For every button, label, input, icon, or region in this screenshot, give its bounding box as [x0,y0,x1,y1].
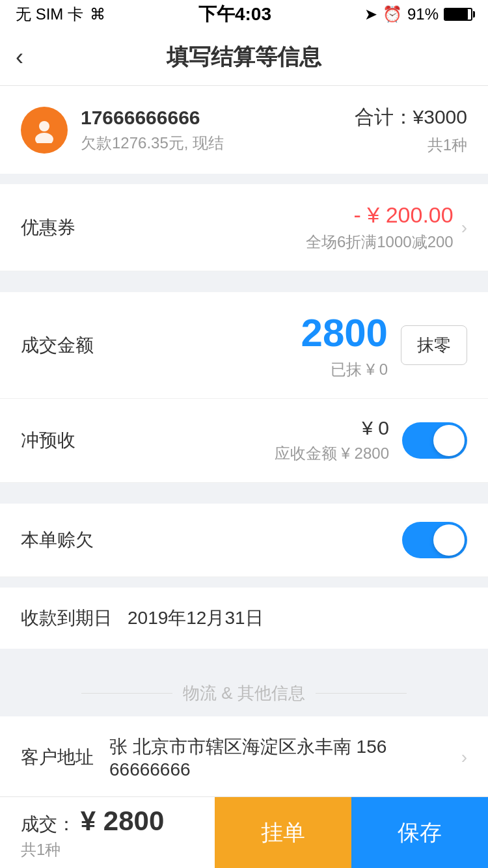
deal-label: 成交金额 [21,333,94,358]
deal-right: 2800 已抹 ¥ 0 抹零 [301,310,467,380]
svg-point-0 [39,121,49,131]
coupon-card: 优惠券 - ¥ 200.00 全场6折满1000减200 › [0,184,488,271]
coupon-amount: - ¥ 200.00 [306,202,454,228]
save-button[interactable]: 保存 [351,797,488,869]
back-button[interactable]: ‹ [16,44,23,71]
round-button[interactable]: 抹零 [401,325,467,365]
duedate-row: 收款到期日 2019年12月31日 [0,588,488,649]
status-left: 无 SIM 卡 ⌘ [16,4,105,25]
divider-3 [0,659,488,670]
precollect-row: 冲预收 ¥ 0 应收金额 ¥ 2800 [0,399,488,483]
bottom-deal-label: 成交： [21,814,75,834]
svg-point-1 [35,133,53,143]
customer-phone: 17666666666 [81,107,224,129]
address-chevron-icon: › [461,747,467,768]
precollect-toggle[interactable] [402,422,467,459]
customer-left: 17666666666 欠款1276.35元, 现结 [21,107,224,154]
avatar [21,107,68,154]
battery-percent: 91% [407,5,439,23]
alarm-icon: ⏰ [383,5,402,23]
logistics-card: 物流 & 其他信息 客户地址 张 北京市市辖区海淀区永丰南 156 666666… [0,670,488,798]
customer-card: 17666666666 欠款1276.35元, 现结 合计：¥3000 共1种 [0,86,488,174]
precollect-value: ¥ 0 应收金额 ¥ 2800 [275,417,389,464]
status-right: ➤ ⏰ 91% [364,5,472,23]
bottom-summary: 成交： ¥ 2800 共1种 [0,806,215,860]
carrier-text: 无 SIM 卡 [16,4,83,25]
total-count: 共1种 [355,135,467,156]
debt-toggle[interactable] [402,522,467,558]
battery-icon [444,8,472,21]
status-time: 下午4:03 [198,2,271,27]
precollect-label: 冲预收 [21,428,75,453]
bottom-deal-row: 成交： ¥ 2800 [21,806,194,837]
customer-sub: 欠款1276.35元, 现结 [81,133,224,154]
address-label: 客户地址 [21,745,94,770]
deal-amount-row: 成交金额 2800 已抹 ¥ 0 抹零 [0,292,488,399]
logistics-divider: 物流 & 其他信息 [0,670,488,716]
page-title: 填写结算等信息 [167,42,321,72]
deal-sub: 已抹 ¥ 0 [301,359,388,380]
duedate-label: 收款到期日 [21,606,112,631]
address-row[interactable]: 客户地址 张 北京市市辖区海淀区永丰南 156 66666666 › [0,716,488,798]
customer-right: 合计：¥3000 共1种 [355,104,467,156]
debt-label: 本单赊欠 [21,528,94,552]
hold-button[interactable]: 挂单 [215,797,351,869]
debt-card: 本单赊欠 [0,504,488,577]
total-amount: 合计：¥3000 [355,104,467,131]
customer-info: 17666666666 欠款1276.35元, 现结 [81,107,224,154]
divider-2 [0,493,488,504]
location-icon: ➤ [364,5,377,23]
nav-bar: ‹ 填写结算等信息 [0,29,488,86]
content: 17666666666 欠款1276.35元, 现结 合计：¥3000 共1种 … [0,86,488,868]
duedate-value: 2019年12月31日 [128,606,264,631]
debt-toggle-thumb [433,524,465,556]
coupon-label: 优惠券 [21,215,75,240]
customer-row: 17666666666 欠款1276.35元, 现结 合计：¥3000 共1种 [0,86,488,174]
precollect-right: ¥ 0 应收金额 ¥ 2800 [275,417,467,464]
bottom-bar: 成交： ¥ 2800 共1种 挂单 保存 [0,796,488,868]
logistics-label: 物流 & 其他信息 [81,682,407,705]
deal-card: 成交金额 2800 已抹 ¥ 0 抹零 冲预收 ¥ 0 应收金额 ¥ 2800 [0,292,488,483]
coupon-row[interactable]: 优惠券 - ¥ 200.00 全场6折满1000减200 › [0,184,488,271]
coupon-desc: 全场6折满1000减200 [306,232,454,252]
bottom-count: 共1种 [21,839,194,860]
deal-amount-value: 2800 [301,310,388,355]
divider-1 [0,282,488,292]
duedate-card: 收款到期日 2019年12月31日 [0,588,488,649]
coupon-chevron-icon: › [461,217,467,238]
status-bar: 无 SIM 卡 ⌘ 下午4:03 ➤ ⏰ 91% [0,0,488,29]
toggle-thumb [433,425,465,456]
bottom-deal-amount: ¥ 2800 [81,806,164,836]
wifi-icon: ⌘ [90,5,105,23]
debt-row: 本单赊欠 [0,504,488,577]
address-value: 张 北京市市辖区海淀区永丰南 156 66666666 [109,735,461,780]
